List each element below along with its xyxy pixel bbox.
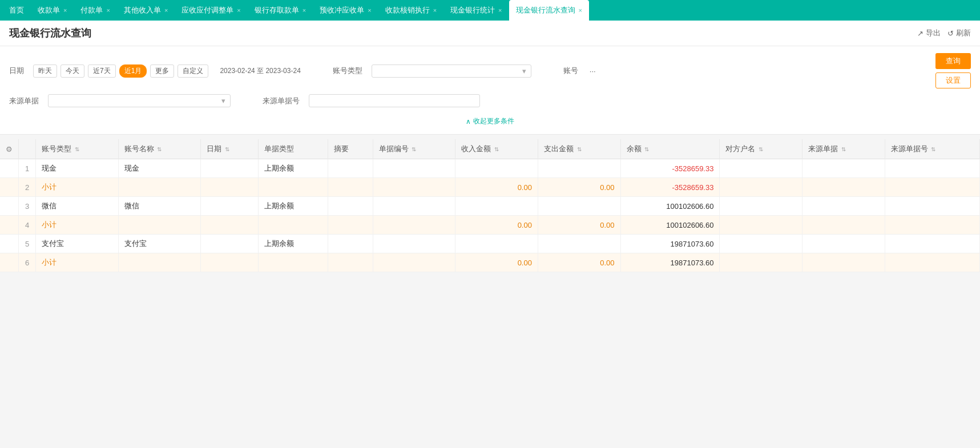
row-account-name bbox=[118, 216, 201, 235]
row-gear[interactable] bbox=[0, 235, 19, 253]
table-row: 2 小计 0.00 0.00 -3528659.33 bbox=[0, 178, 980, 197]
column-account-name[interactable]: 账号名称 ⇅ bbox=[118, 139, 201, 159]
date-btn-today[interactable]: 今天 bbox=[61, 64, 84, 78]
row-gear[interactable] bbox=[0, 178, 19, 197]
row-summary bbox=[328, 235, 373, 253]
column-gear[interactable]: ⚙ bbox=[0, 139, 19, 159]
row-date bbox=[201, 197, 259, 216]
row-number: 6 bbox=[19, 253, 36, 272]
settings-button[interactable]: 设置 bbox=[935, 72, 971, 88]
refresh-icon: ↺ bbox=[947, 29, 954, 38]
row-expense: 0.00 bbox=[538, 253, 620, 272]
row-doc-num bbox=[373, 159, 455, 178]
source-doc-select[interactable]: ▾ bbox=[48, 94, 231, 107]
close-icon[interactable]: × bbox=[63, 7, 67, 14]
row-number: 2 bbox=[19, 178, 36, 197]
row-source-doc-num bbox=[885, 197, 979, 216]
row-counterpart bbox=[720, 216, 802, 235]
column-source-doc[interactable]: 来源单据 ⇅ bbox=[802, 139, 885, 159]
nav-cash-stats[interactable]: 现金银行统计 × bbox=[443, 0, 509, 21]
row-counterpart bbox=[720, 235, 802, 253]
row-gear[interactable] bbox=[0, 216, 19, 235]
column-doc-num[interactable]: 单据编号 ⇅ bbox=[373, 139, 455, 159]
page-title: 现金银行流水查询 bbox=[9, 26, 91, 40]
table-row: 1 现金 现金 上期余额 -3528659.33 bbox=[0, 159, 980, 178]
close-icon[interactable]: × bbox=[303, 7, 306, 14]
row-balance: 100102606.60 bbox=[620, 197, 720, 216]
nav-receipt[interactable]: 收款单 × bbox=[31, 0, 74, 21]
close-icon[interactable]: × bbox=[237, 7, 240, 14]
row-account-name: 支付宝 bbox=[118, 235, 201, 253]
nav-bank-deposit[interactable]: 银行存取款单 × bbox=[248, 0, 313, 21]
date-btn-7days[interactable]: 近7天 bbox=[88, 64, 116, 78]
cash-flow-table: ⚙ 账号类型 ⇅ 账号名称 ⇅ 日期 ⇅ 单据类型 摘要 单据编号 ⇅ 收入金额… bbox=[0, 139, 980, 272]
date-btn-yesterday[interactable]: 昨天 bbox=[33, 64, 57, 78]
row-balance: 19871073.60 bbox=[620, 253, 720, 272]
row-doc-num bbox=[373, 178, 455, 197]
date-btn-custom[interactable]: 自定义 bbox=[178, 64, 208, 78]
row-expense: 0.00 bbox=[538, 178, 620, 197]
header-actions: ↗ 导出 ↺ 刷新 bbox=[917, 28, 971, 38]
row-date bbox=[201, 253, 259, 272]
row-summary bbox=[328, 178, 373, 197]
close-icon[interactable]: × bbox=[164, 7, 168, 14]
nav-adjustment[interactable]: 应收应付调整单 × bbox=[175, 0, 247, 21]
row-gear[interactable] bbox=[0, 197, 19, 216]
source-doc-num-input[interactable] bbox=[309, 94, 480, 107]
data-table-container: ⚙ 账号类型 ⇅ 账号名称 ⇅ 日期 ⇅ 单据类型 摘要 单据编号 ⇅ 收入金额… bbox=[0, 139, 980, 272]
row-gear[interactable] bbox=[0, 159, 19, 178]
row-source-doc-num bbox=[885, 178, 979, 197]
row-number: 4 bbox=[19, 216, 36, 235]
column-counterpart[interactable]: 对方户名 ⇅ bbox=[720, 139, 802, 159]
column-balance[interactable]: 余额 ⇅ bbox=[620, 139, 720, 159]
nav-reconcile[interactable]: 收款核销执行 × bbox=[378, 0, 443, 21]
column-account-type[interactable]: 账号类型 ⇅ bbox=[36, 139, 119, 159]
nav-payment[interactable]: 付款单 × bbox=[74, 0, 116, 21]
date-btn-more[interactable]: 更多 bbox=[150, 64, 174, 78]
nav-home[interactable]: 首页 bbox=[2, 0, 31, 21]
row-balance: -3528659.33 bbox=[620, 159, 720, 178]
row-date bbox=[201, 159, 259, 178]
filter-row-1: 日期 昨天 今天 近7天 近1月 更多 自定义 2023-02-24 至 202… bbox=[9, 53, 971, 88]
column-doc-type: 单据类型 bbox=[259, 139, 328, 159]
row-account-name bbox=[118, 178, 201, 197]
date-quick-buttons: 昨天 今天 近7天 近1月 更多 自定义 bbox=[33, 64, 208, 78]
row-account-name: 微信 bbox=[118, 197, 201, 216]
export-button[interactable]: ↗ 导出 bbox=[917, 28, 941, 38]
column-source-doc-num[interactable]: 来源单据号 ⇅ bbox=[885, 139, 979, 159]
row-account-type: 微信 bbox=[36, 197, 119, 216]
row-expense bbox=[538, 159, 620, 178]
row-source-doc bbox=[802, 178, 885, 197]
close-icon[interactable]: × bbox=[498, 7, 502, 14]
column-expense[interactable]: 支出金额 ⇅ bbox=[538, 139, 620, 159]
close-icon[interactable]: × bbox=[579, 7, 582, 14]
source-doc-label: 来源单据 bbox=[9, 96, 39, 106]
column-summary: 摘要 bbox=[328, 139, 373, 159]
date-btn-1month[interactable]: 近1月 bbox=[119, 64, 147, 78]
export-icon: ↗ bbox=[917, 29, 923, 38]
account-more-icon[interactable]: ··· bbox=[590, 67, 596, 75]
column-date[interactable]: 日期 ⇅ bbox=[201, 139, 259, 159]
close-icon[interactable]: × bbox=[433, 7, 437, 14]
row-source-doc bbox=[802, 235, 885, 253]
row-date bbox=[201, 235, 259, 253]
nav-cash-flow-query[interactable]: 现金银行流水查询 × bbox=[509, 0, 589, 21]
nav-other-income[interactable]: 其他收入单 × bbox=[117, 0, 175, 21]
refresh-button[interactable]: ↺ 刷新 bbox=[947, 28, 971, 38]
column-rownum bbox=[19, 139, 36, 159]
query-button[interactable]: 查询 bbox=[935, 53, 971, 69]
row-gear[interactable] bbox=[0, 253, 19, 272]
row-account-type: 现金 bbox=[36, 159, 119, 178]
nav-prepay[interactable]: 预收冲应收单 × bbox=[313, 0, 378, 21]
row-source-doc bbox=[802, 253, 885, 272]
row-number: 1 bbox=[19, 159, 36, 178]
row-counterpart bbox=[720, 159, 802, 178]
query-settings-buttons: 查询 设置 bbox=[935, 53, 971, 88]
row-date bbox=[201, 178, 259, 197]
row-source-doc bbox=[802, 197, 885, 216]
close-icon[interactable]: × bbox=[106, 7, 110, 14]
column-income[interactable]: 收入金额 ⇅ bbox=[455, 139, 538, 159]
account-type-select[interactable]: ▾ bbox=[372, 64, 531, 78]
close-icon[interactable]: × bbox=[368, 7, 371, 14]
collapse-button[interactable]: ∧ 收起更多条件 bbox=[9, 113, 971, 127]
